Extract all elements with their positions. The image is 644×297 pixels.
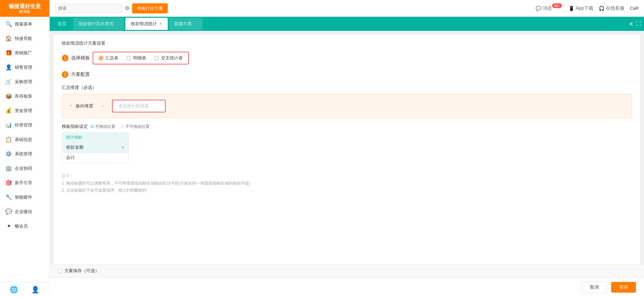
step1-label: 选择模板 — [71, 55, 90, 61]
sidebar-label-nav: 快捷导航 — [15, 36, 32, 42]
sidebar-label-member: 畅会员 — [15, 223, 28, 229]
sidebar-bottom-icon1[interactable]: 🌐 — [10, 286, 18, 294]
tab-bank-flow-close[interactable]: ✕ — [115, 21, 119, 26]
stats-sub-total: 合计 — [62, 153, 128, 163]
tab-home-label: 首页 — [58, 21, 66, 27]
tab-bar-controls: ✕ ⛶ — [629, 21, 641, 27]
sidebar-label-finance: 资金管理 — [15, 108, 32, 114]
sidebar-bottom-icon2[interactable]: 👤 — [31, 286, 40, 294]
radio-dot-cross — [154, 56, 159, 60]
tip-item-2: 2. 点击标题栏下拉可设置排序、插入列和删除列 — [62, 187, 632, 194]
close-window-btn[interactable]: ✕ — [629, 21, 633, 27]
cancel-button[interactable]: 取消 — [582, 282, 607, 293]
sidebar-bottom: 🌐 👤 — [0, 282, 49, 297]
settings-button[interactable]: ⚙ — [125, 5, 129, 11]
sidebar-item-marketing[interactable]: 🎁 营销推广 — [0, 46, 49, 60]
legend-drag-label: 可拖动位置 — [95, 124, 115, 130]
content-area: 收款情况统计方案设置 1 选择模板 汇总表 明细表 — [50, 31, 644, 264]
header-left: ⚙ 体验行业方案 — [55, 3, 168, 13]
radio-dot-summary — [99, 56, 103, 60]
target-icon: 🎯 — [5, 180, 12, 186]
sidebar-label-wechat: 企业微信 — [15, 209, 32, 215]
message-icon-area[interactable]: 💬 消息 99+ — [536, 5, 563, 11]
footer-save-bar: 方案保存（可选） — [50, 264, 644, 277]
sidebar-label-purchase: 采购管理 — [15, 79, 32, 85]
stats-table-header: 统计指标 — [62, 133, 128, 142]
tab-bar: 首页 现金银行流水查询 ✕ 收款情况统计 ✕ 新建方案 ✕ ✕ ⛶ — [50, 17, 644, 31]
sidebar-label-operation: 经营管理 — [15, 122, 32, 128]
person-icon: 👤 — [5, 64, 12, 70]
draggable-dot — [91, 125, 94, 128]
template-radio-group: 汇总表 明细表 交叉统计表 — [93, 52, 189, 64]
app-logo[interactable]: 畅捷通好生意 标准版 — [0, 0, 49, 17]
download-label: App下载 — [576, 5, 593, 11]
sidebar-item-search-menu[interactable]: 🔍 搜索菜单 — [0, 17, 49, 31]
search-input[interactable] — [55, 4, 122, 13]
sidebar-label-guide: 新手引导 — [15, 180, 32, 186]
message-label: 消息 — [543, 5, 552, 11]
save-checkbox-label[interactable]: 方案保存（可选） — [58, 268, 99, 274]
support-label: 在线客服 — [606, 5, 625, 11]
sidebar-item-quick-nav[interactable]: 🏠 快捷导航 — [0, 31, 49, 46]
tab-receipt-stats-label: 收款情况统计 — [131, 21, 157, 27]
sidebar-label-marketing: 营销推广 — [15, 50, 32, 56]
message-badge: 99+ — [552, 3, 562, 8]
sidebar-item-sales[interactable]: 👤 销售管理 — [0, 60, 49, 75]
tab-home[interactable]: 首页 — [52, 18, 72, 30]
gear-icon: ⚙️ — [5, 151, 12, 157]
sidebar-item-basic[interactable]: 📋 基础信息 — [0, 132, 49, 147]
step2-section: 2 方案配置 汇总维度（必选） * 纵向维度 → 请选择分组维度 — [62, 71, 632, 194]
bottom-action-bar: 取消 查询 — [50, 277, 644, 297]
stats-cell-amount[interactable]: 收款金额 ▼ — [62, 142, 128, 153]
sidebar-label-system: 系统管理 — [15, 151, 32, 157]
save-label-text: 方案保存（可选） — [64, 268, 99, 274]
industry-plan-button[interactable]: 体验行业方案 — [132, 3, 168, 13]
arrow-icon: → — [100, 103, 105, 109]
legend-nodrag-item: 不可拖动位置 — [121, 124, 150, 130]
top-header: ⚙ 体验行业方案 💬 消息 99+ 📱 App下载 🎧 在线客服 CaR — [50, 0, 644, 17]
nodrag-dot — [121, 125, 124, 128]
maximize-btn[interactable]: ⛶ — [636, 21, 641, 27]
radio-summary[interactable]: 汇总表 — [99, 55, 118, 61]
tips-title: 提示： — [62, 174, 74, 178]
radio-cross[interactable]: 交叉统计表 — [154, 55, 183, 61]
sidebar-item-system[interactable]: ⚙️ 系统管理 — [0, 147, 49, 161]
radio-detail[interactable]: 明细表 — [126, 55, 146, 61]
app-name: 畅捷通好生意 — [9, 3, 41, 9]
legend-draggable: 可拖动位置 — [91, 124, 115, 130]
sidebar-label-search: 搜索菜单 — [15, 21, 32, 27]
chevron-down-icon[interactable]: ▼ — [121, 146, 124, 149]
sidebar-item-purchase[interactable]: 🛒 采购管理 — [0, 75, 49, 89]
download-area[interactable]: 📱 App下载 — [569, 5, 593, 11]
support-area[interactable]: 🎧 在线客服 — [599, 5, 625, 11]
tip-item-1: 1. 拖动标题栏可以调整布局，不可跨维度或指标区域拖动栏目字段(只能在同一维度或… — [62, 180, 632, 187]
gift-icon: 🎁 — [5, 50, 12, 56]
step2-num: 2 — [62, 71, 68, 78]
tab-receipt-stats[interactable]: 收款情况统计 ✕ — [125, 18, 168, 30]
query-button[interactable]: 查询 — [611, 282, 636, 293]
step1-section: 1 选择模板 汇总表 明细表 交叉统计表 — [62, 52, 632, 64]
dimension-area: * 纵向维度 → 请选择分组维度 — [62, 94, 632, 118]
tab-new-plan[interactable]: 新建方案 ✕ — [169, 18, 203, 30]
tab-receipt-stats-close[interactable]: ✕ — [159, 21, 162, 26]
user-name[interactable]: CaR — [630, 6, 639, 11]
sidebar-item-member[interactable]: ✦ 畅会员 — [0, 219, 49, 233]
clipboard-icon: 📋 — [5, 136, 12, 143]
box-icon: 📦 — [5, 93, 12, 99]
tab-bank-flow[interactable]: 现金银行流水查询 ✕ — [73, 18, 124, 30]
tips-section: 提示： 1. 拖动标题栏可以调整布局，不可跨维度或指标区域拖动栏目字段(只能在同… — [62, 172, 632, 194]
main-area: ⚙ 体验行业方案 💬 消息 99+ 📱 App下载 🎧 在线客服 CaR 首页 … — [50, 0, 644, 297]
sidebar-item-wechat[interactable]: 💬 企业微信 — [0, 204, 49, 219]
vertical-dim-label: 纵向维度 — [76, 103, 93, 109]
dimension-selector[interactable]: 请选择分组维度 — [112, 100, 166, 112]
sidebar-item-operation[interactable]: 📊 经营管理 — [0, 118, 49, 132]
sidebar-item-guide[interactable]: 🎯 新手引导 — [0, 176, 49, 190]
sidebar-item-enterprise[interactable]: 🏢 企业协同 — [0, 161, 49, 176]
tab-new-plan-close[interactable]: ✕ — [194, 21, 197, 26]
member-icon: ✦ — [5, 223, 12, 229]
save-checkbox[interactable] — [58, 268, 62, 273]
sidebar-item-finance[interactable]: 💰 资金管理 — [0, 103, 49, 118]
sidebar-label-sales: 销售管理 — [15, 64, 32, 70]
sidebar-item-inventory[interactable]: 📦 库存核算 — [0, 89, 49, 103]
sidebar-item-hardware[interactable]: 🔧 智能硬件 — [0, 190, 49, 204]
